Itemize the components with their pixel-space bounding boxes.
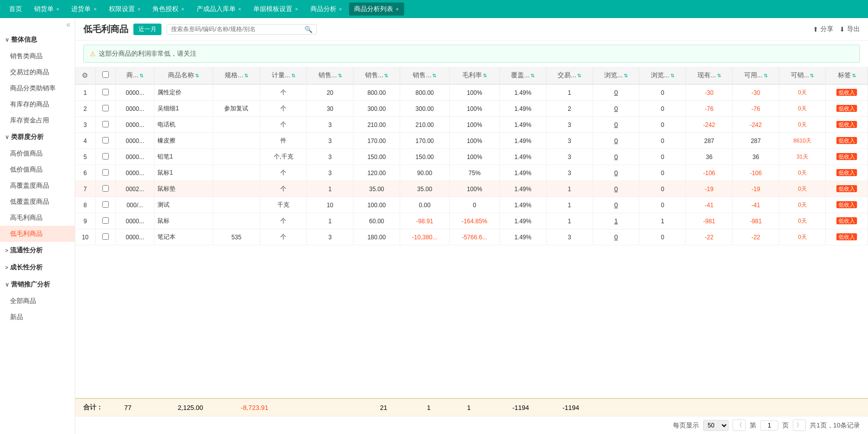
nav-item-权限设置[interactable]: 权限设置× bbox=[104, 3, 145, 16]
sort-icon[interactable]: ⇅ bbox=[852, 73, 856, 78]
sort-icon[interactable]: ⇅ bbox=[384, 73, 388, 78]
nav-close-icon[interactable]: × bbox=[56, 6, 59, 12]
sort-icon[interactable]: ⇅ bbox=[195, 73, 199, 78]
row-browse1[interactable]: 0 bbox=[593, 165, 639, 181]
select-all-checkbox[interactable] bbox=[102, 71, 109, 78]
col-header-unit[interactable]: 计量...⇅ bbox=[260, 67, 307, 84]
col-header-spec[interactable]: 规格...⇅ bbox=[213, 67, 260, 84]
sort-icon[interactable]: ⇅ bbox=[531, 73, 535, 78]
sort-icon[interactable]: ⇅ bbox=[432, 73, 436, 78]
browse1-link[interactable]: 0 bbox=[614, 201, 618, 209]
page-number-input[interactable] bbox=[760, 420, 778, 430]
browse1-link[interactable]: 0 bbox=[614, 233, 618, 241]
row-checkbox[interactable] bbox=[102, 137, 109, 143]
sidebar-group-整体信息[interactable]: ∨整体信息 bbox=[0, 31, 75, 48]
sort-icon[interactable]: ⇅ bbox=[338, 73, 342, 78]
row-browse1[interactable]: 0 bbox=[593, 101, 639, 117]
sidebar-group-流通性分析[interactable]: >流通性分析 bbox=[0, 242, 75, 259]
nav-item-进货单[interactable]: 进货单× bbox=[66, 3, 101, 16]
settings-icon[interactable]: ⚙ bbox=[82, 71, 88, 79]
nav-close-icon[interactable]: × bbox=[396, 6, 399, 12]
nav-item-商品分析[interactable]: 商品分析× bbox=[305, 3, 347, 16]
sort-icon[interactable]: ⇅ bbox=[810, 73, 814, 78]
sort-icon[interactable]: ⇅ bbox=[244, 73, 248, 78]
nav-item-首页[interactable]: 首页 bbox=[4, 3, 27, 16]
col-header-current[interactable]: 现有...⇅ bbox=[686, 67, 733, 84]
row-checkbox[interactable] bbox=[102, 105, 109, 111]
sort-icon[interactable]: ⇅ bbox=[624, 73, 628, 78]
sort-icon[interactable]: ⇅ bbox=[139, 73, 143, 78]
nav-item-角色授权[interactable]: 角色授权× bbox=[147, 3, 189, 16]
row-browse1[interactable]: 0 bbox=[593, 133, 639, 149]
col-header-tag[interactable]: 标签⇅ bbox=[826, 67, 868, 84]
sidebar-item-低覆盖度商品[interactable]: 低覆盖度商品 bbox=[0, 194, 75, 210]
col-header-browse2[interactable]: 浏览...⇅ bbox=[639, 67, 686, 84]
sidebar-item-高价值商品[interactable]: 高价值商品 bbox=[0, 146, 75, 162]
nav-item-商品分析列表[interactable]: 商品分析列表× bbox=[349, 3, 404, 16]
col-header-sellable[interactable]: 可销...⇅ bbox=[779, 67, 826, 84]
row-browse1[interactable]: 0 bbox=[593, 181, 639, 197]
next-page-btn[interactable]: 〉 bbox=[793, 419, 806, 431]
browse1-link[interactable]: 0 bbox=[614, 105, 618, 112]
nav-close-icon[interactable]: × bbox=[93, 6, 96, 12]
col-header-transaction[interactable]: 交易...⇅ bbox=[546, 67, 593, 84]
sidebar-group-营销推广分析[interactable]: ∨营销推广分析 bbox=[0, 276, 75, 293]
sidebar-item-高覆盖度商品[interactable]: 高覆盖度商品 bbox=[0, 178, 75, 194]
export-btn[interactable]: ⬇ 导出 bbox=[839, 25, 860, 34]
search-input[interactable] bbox=[171, 26, 304, 33]
col-header-sales_price[interactable]: 销售...⇅ bbox=[354, 67, 400, 84]
row-checkbox[interactable] bbox=[102, 89, 109, 95]
col-header-browse1[interactable]: 浏览...⇅ bbox=[593, 67, 639, 84]
sidebar-item-商品分类助销率[interactable]: 商品分类助销率 bbox=[0, 80, 75, 96]
row-browse1[interactable]: 0 bbox=[593, 197, 639, 213]
sidebar-group-类群度分析[interactable]: ∨类群度分析 bbox=[0, 128, 75, 146]
sidebar-item-低毛利商品[interactable]: 低毛利商品 bbox=[0, 226, 75, 242]
sort-icon[interactable]: ⇅ bbox=[577, 73, 581, 78]
col-header-checkbox[interactable] bbox=[95, 67, 115, 84]
sort-icon[interactable]: ⇅ bbox=[483, 73, 487, 78]
col-header-name[interactable]: 商品名称⇅ bbox=[154, 67, 213, 84]
row-checkbox[interactable] bbox=[102, 169, 109, 176]
row-browse1[interactable]: 0 bbox=[593, 229, 639, 245]
nav-close-icon[interactable]: × bbox=[295, 6, 298, 12]
sidebar-group-成长性分析[interactable]: >成长性分析 bbox=[0, 259, 75, 276]
browse1-link[interactable]: 0 bbox=[614, 121, 618, 128]
sidebar-collapse-btn[interactable]: « bbox=[0, 18, 75, 31]
row-browse1[interactable]: 0 bbox=[593, 84, 639, 101]
search-icon[interactable]: 🔍 bbox=[304, 26, 312, 33]
nav-close-icon[interactable]: × bbox=[238, 6, 241, 12]
sort-icon[interactable]: ⇅ bbox=[764, 73, 768, 78]
sidebar-item-库存资金占用[interactable]: 库存资金占用 bbox=[0, 112, 75, 128]
browse1-link[interactable]: 0 bbox=[614, 153, 618, 161]
row-checkbox[interactable] bbox=[102, 153, 109, 160]
sidebar-item-有库存的商品[interactable]: 有库存的商品 bbox=[0, 96, 75, 112]
browse1-link[interactable]: 1 bbox=[614, 217, 618, 225]
row-checkbox[interactable] bbox=[102, 185, 109, 192]
sort-icon[interactable]: ⇅ bbox=[717, 73, 721, 78]
col-header-margin[interactable]: 毛利率⇅ bbox=[449, 67, 499, 84]
row-browse1[interactable]: 1 bbox=[593, 213, 639, 229]
sidebar-item-高毛利商品[interactable]: 高毛利商品 bbox=[0, 210, 75, 226]
nav-item-销货单[interactable]: 销货单× bbox=[29, 3, 64, 16]
sidebar-item-低价值商品[interactable]: 低价值商品 bbox=[0, 162, 75, 178]
col-header-sales_qty[interactable]: 销售...⇅ bbox=[307, 67, 354, 84]
col-header-coverage[interactable]: 覆盖...⇅ bbox=[499, 67, 546, 84]
browse1-link[interactable]: 0 bbox=[614, 89, 618, 96]
nav-close-icon[interactable]: × bbox=[137, 6, 140, 12]
prev-page-btn[interactable]: 〈 bbox=[733, 419, 746, 431]
row-browse1[interactable]: 0 bbox=[593, 117, 639, 133]
nav-item-产成品入库单[interactable]: 产成品入库单× bbox=[192, 3, 246, 16]
nav-close-icon[interactable]: × bbox=[339, 6, 342, 12]
row-checkbox[interactable] bbox=[102, 201, 109, 208]
page-size-select[interactable]: 50 100 200 bbox=[703, 420, 729, 431]
share-btn[interactable]: ⬆ 分享 bbox=[813, 25, 833, 34]
col-header-settings[interactable]: ⚙ bbox=[75, 67, 95, 84]
nav-close-icon[interactable]: × bbox=[181, 6, 184, 12]
browse1-link[interactable]: 0 bbox=[614, 185, 618, 193]
nav-item-单据模板设置[interactable]: 单据模板设置× bbox=[248, 3, 303, 16]
row-checkbox[interactable] bbox=[102, 217, 109, 224]
sort-icon[interactable]: ⇅ bbox=[291, 73, 295, 78]
sidebar-item-交易过的商品[interactable]: 交易过的商品 bbox=[0, 64, 75, 80]
row-browse1[interactable]: 0 bbox=[593, 149, 639, 165]
row-checkbox[interactable] bbox=[102, 233, 109, 240]
